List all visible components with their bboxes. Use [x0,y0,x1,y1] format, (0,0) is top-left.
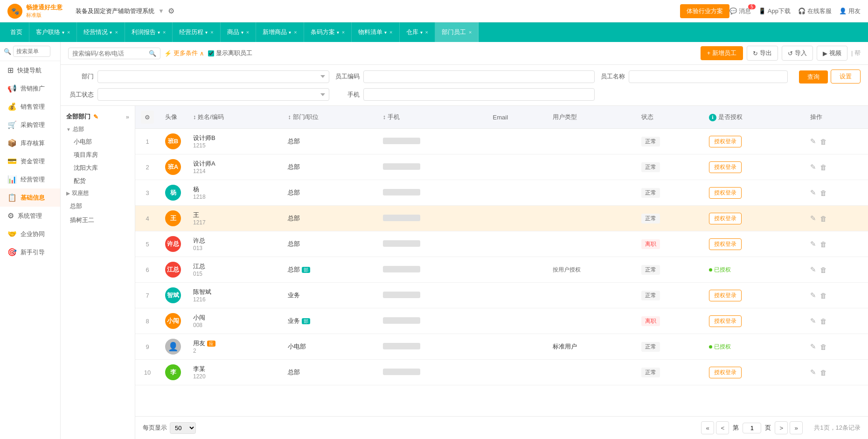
dept-item-zongbu-direct[interactable]: 总部 [61,199,135,213]
dept-item-chashuwanger[interactable]: 插树王二 [61,213,135,227]
edit-icon[interactable]: ✎ [810,291,816,300]
auth-btn[interactable]: 授权登录 [709,315,742,327]
close-icon[interactable]: × [389,29,392,35]
user-btn[interactable]: 👤 用友 [839,7,861,15]
sidebar-search-input[interactable] [13,46,50,57]
edit-icon[interactable]: ✎ [810,240,816,248]
delete-icon[interactable]: 🗑 [820,138,827,146]
tab-history[interactable]: 经营历程 ▾ × [173,22,220,42]
edit-icon[interactable]: ✎ [810,188,816,197]
sidebar-item-quick-nav[interactable]: ⊞ 快捷导航 [0,61,60,79]
more-filters-btn[interactable]: ⚡ 更多条件 ∧ [164,49,204,57]
tab-employees[interactable]: 部门员工 × [435,22,479,42]
try-btn[interactable]: 体验行业方案 [680,4,729,18]
dept-group-zongbu[interactable]: ▼ 总部 [61,124,135,135]
edit-icon[interactable]: ✎ [810,163,816,171]
filter-emp-code-input[interactable] [363,70,595,83]
edit-icon[interactable]: ✎ [93,113,98,120]
delete-icon[interactable]: 🗑 [820,317,827,325]
tab-operations[interactable]: 经营情况 ▾ × [77,22,125,42]
auth-info-icon[interactable]: ℹ [709,114,716,121]
show-resigned-checkbox[interactable] [208,50,214,56]
export-btn[interactable]: ↻ 导出 [747,46,778,61]
per-page-select[interactable]: 50 100 [170,422,196,434]
last-page-btn[interactable]: » [790,421,803,434]
auth-btn[interactable]: 授权登录 [709,290,742,301]
col-settings-btn[interactable]: ⚙ [141,111,154,124]
first-page-btn[interactable]: « [701,421,714,434]
sidebar-item-purchase[interactable]: 🛒 采购管理 [0,116,60,134]
auth-btn[interactable]: 授权登录 [709,213,742,224]
delete-icon[interactable]: 🗑 [820,240,827,248]
sidebar-item-basic[interactable]: 📋 基础信息 [0,188,60,207]
tab-profit[interactable]: 利润报告 ▾ × [125,22,173,42]
close-icon[interactable]: × [342,29,345,35]
more-options-btn[interactable]: | 帮 [851,49,861,57]
auth-btn[interactable]: 授权登录 [709,238,742,250]
collapse-icon[interactable]: » [126,113,129,120]
close-icon[interactable]: × [67,29,70,35]
tab-customer[interactable]: 客户联络 ▾ × [29,22,77,42]
sidebar-item-guide[interactable]: 🎯 新手引导 [0,243,60,261]
tab-add-goods[interactable]: 新增商品 ▾ × [256,22,304,42]
dept-item-xiaodian[interactable]: 小电部 [61,135,135,148]
auth-btn[interactable]: 授权登录 [709,187,742,199]
close-icon[interactable]: × [469,29,472,35]
col-name-header[interactable]: ↕ 姓名/编码 [187,106,282,129]
edit-icon[interactable]: ✎ [810,342,816,351]
page-number-input[interactable] [743,423,761,433]
message-btn[interactable]: 💬 消息 5 [729,7,751,15]
tab-bom[interactable]: 物料清单 ▾ × [352,22,399,42]
title-dropdown-icon[interactable]: ▼ [158,7,164,14]
tab-home[interactable]: 首页 [4,22,29,42]
dept-item-shenyang[interactable]: 沈阳大库 [61,161,135,174]
dept-item-project[interactable]: 项目库房 [61,148,135,161]
import-btn[interactable]: ↺ 导入 [782,46,813,61]
auth-btn[interactable]: 授权登录 [709,136,742,147]
close-icon[interactable]: × [294,29,297,35]
col-phone-header[interactable]: ↕ 手机 [377,106,487,129]
set-btn[interactable]: 设置 [831,70,861,84]
prev-page-btn[interactable]: < [716,421,729,434]
app-download-btn[interactable]: 📱 App下载 [758,7,791,15]
close-icon[interactable]: × [115,29,118,35]
dept-group-shuangzuoxiang[interactable]: ▶ 双座想 [61,188,135,199]
close-icon[interactable]: × [163,29,166,35]
auth-btn[interactable]: 授权登录 [709,367,742,378]
edit-icon[interactable]: ✎ [810,265,816,274]
delete-icon[interactable]: 🗑 [820,343,827,351]
tab-goods[interactable]: 商品 ▾ × [221,22,256,42]
delete-icon[interactable]: 🗑 [820,369,827,376]
delete-icon[interactable]: 🗑 [820,266,827,274]
view-btn[interactable]: ▶ 视频 [817,46,847,61]
edit-icon[interactable]: ✎ [810,214,816,223]
delete-icon[interactable]: 🗑 [820,215,827,223]
query-btn[interactable]: 查询 [799,70,828,84]
delete-icon[interactable]: 🗑 [820,189,827,197]
tab-barcode[interactable]: 条码方案 ▾ × [304,22,352,42]
sidebar-item-finance[interactable]: 💳 资金管理 [0,152,60,170]
dept-item-peihuo[interactable]: 配货 [61,174,135,188]
sidebar-item-system[interactable]: ⚙ 系统管理 [0,207,60,225]
auth-btn[interactable]: 授权登录 [709,161,742,173]
sidebar-item-marketing[interactable]: 📢 营销推广 [0,79,60,98]
settings-icon[interactable]: ⚙ [168,7,174,15]
sidebar-item-operations[interactable]: 📊 经营管理 [0,170,60,188]
edit-icon[interactable]: ✎ [810,368,816,376]
next-page-btn[interactable]: > [775,421,788,434]
filter-emp-name-input[interactable] [629,70,788,83]
sidebar-item-enterprise[interactable]: 🤝 企业协同 [0,225,60,243]
close-icon[interactable]: × [210,29,213,35]
add-employee-btn[interactable]: + 新增员工 [701,46,743,60]
close-icon[interactable]: × [246,29,249,35]
filter-dept-select[interactable] [97,70,329,83]
search-input[interactable] [72,50,147,57]
filter-emp-status-select[interactable] [97,88,329,101]
close-icon[interactable]: × [425,29,428,35]
delete-icon[interactable]: 🗑 [820,163,827,171]
col-dept-header[interactable]: ↕ 部门/职位 [282,106,377,129]
filter-phone-input[interactable] [363,88,595,101]
online-service-btn[interactable]: 🎧 在线客服 [798,7,832,15]
delete-icon[interactable]: 🗑 [820,292,827,300]
sidebar-item-inventory[interactable]: 📦 库存核算 [0,134,60,152]
